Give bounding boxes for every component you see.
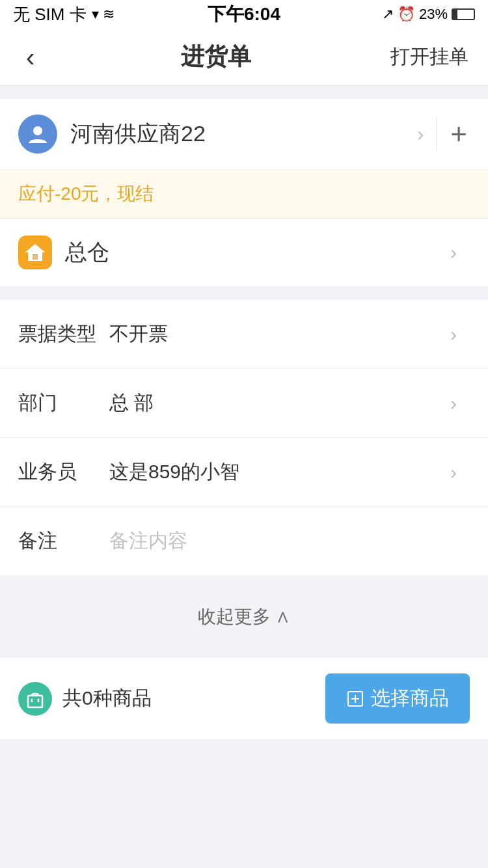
department-row[interactable]: 部门 总 部 › [0,369,488,438]
invoice-type-row[interactable]: 票据类型 不开票 › [0,300,488,369]
supplier-chevron-icon: › [417,123,424,145]
nav-bar: ‹ 进货单 打开挂单 [0,29,488,86]
supplier-avatar [18,115,57,154]
product-count-text: 共0种商品 [62,685,152,712]
back-button[interactable]: ‹ [20,38,41,77]
collapse-button[interactable]: 收起更多 ∧ [0,589,488,645]
salesperson-row[interactable]: 业务员 这是859的小智 › [0,438,488,507]
invoice-type-value: 不开票 [109,321,450,347]
remark-label: 备注 [18,528,109,554]
select-product-label: 选择商品 [371,685,449,712]
department-chevron-icon: › [450,392,457,414]
open-pending-button[interactable]: 打开挂单 [390,44,468,70]
warehouse-name: 总仓 [65,237,450,267]
select-product-icon [346,690,364,708]
remark-input[interactable]: 备注内容 [109,528,470,554]
supplier-row[interactable]: 河南供应商22 › + [0,99,488,170]
supplier-name: 河南供应商22 [70,119,417,149]
product-icon [18,682,52,716]
bottom-bar: 共0种商品 选择商品 [0,658,488,739]
supplier-section: 河南供应商22 › + 应付-20元，现结 总仓 › [0,99,488,287]
page-background [0,739,488,868]
product-count-area: 共0种商品 [18,682,152,716]
warehouse-icon [18,236,52,269]
select-product-button[interactable]: 选择商品 [325,673,470,724]
battery-icon [452,8,475,20]
svg-rect-6 [28,696,42,707]
page-title: 进货单 [181,41,251,73]
notice-text: 应付-20元，现结 [18,183,154,204]
svg-point-0 [33,126,42,135]
shopping-bag-icon [25,689,45,709]
add-supplier-button[interactable]: + [448,120,470,148]
location-icon: ↗ [382,6,394,23]
person-icon [26,122,49,146]
salesperson-chevron-icon: › [450,461,457,483]
department-label: 部门 [18,390,109,416]
warehouse-row[interactable]: 总仓 › [0,219,488,287]
status-carrier: 无 SIM 卡 ▾ ≋ [13,3,115,26]
carrier-text: 无 SIM 卡 [13,3,87,26]
status-bar: 无 SIM 卡 ▾ ≋ 下午6:04 ↗ ⏰ 23% [0,0,488,29]
notice-banner: 应付-20元，现结 [0,170,488,219]
vertical-divider [437,118,437,150]
invoice-type-label: 票据类型 [18,321,109,347]
wifi-icon: ▾ ≋ [92,6,115,23]
department-value: 总 部 [109,390,450,416]
warehouse-chevron-icon: › [450,241,457,264]
remark-row[interactable]: 备注 备注内容 [0,507,488,576]
house-icon [25,243,45,262]
form-section: 票据类型 不开票 › 部门 总 部 › 业务员 这是859的小智 › 备注 备注… [0,300,488,576]
salesperson-label: 业务员 [18,459,109,485]
svg-rect-5 [33,255,38,260]
invoice-type-chevron-icon: › [450,323,457,346]
salesperson-value: 这是859的小智 [109,459,450,485]
status-right: ↗ ⏰ 23% [382,6,475,23]
alarm-icon: ⏰ [398,6,415,23]
collapse-label: 收起更多 ∧ [198,604,291,629]
battery-percent: 23% [419,6,448,23]
section-gap-1 [0,86,488,99]
status-time: 下午6:04 [208,2,280,27]
